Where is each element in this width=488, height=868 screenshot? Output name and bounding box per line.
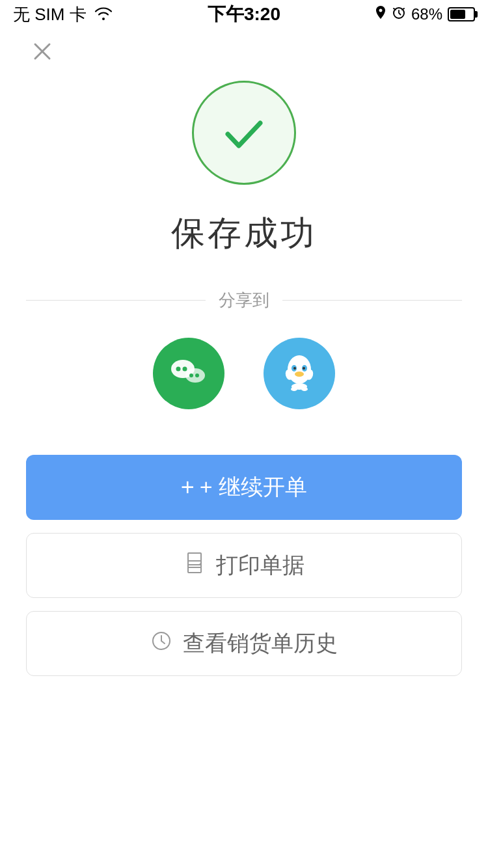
share-section: 分享到	[0, 289, 488, 312]
divider-left	[26, 300, 206, 301]
plus-icon: +	[181, 474, 195, 501]
qq-icon	[280, 351, 319, 396]
svg-rect-20	[188, 553, 201, 561]
svg-point-9	[288, 355, 311, 384]
success-title: 保存成功	[171, 211, 317, 256]
success-circle	[192, 81, 296, 185]
svg-point-7	[189, 373, 193, 377]
location-icon	[375, 5, 386, 23]
print-button[interactable]: 打印单据	[26, 533, 462, 598]
battery-text: 68%	[411, 5, 442, 23]
print-label: 打印单据	[216, 550, 305, 580]
continue-button[interactable]: + + 继续开单	[26, 455, 462, 520]
svg-point-12	[293, 367, 296, 370]
main-content: 保存成功 分享到	[0, 29, 488, 676]
clock-icon	[150, 630, 172, 657]
svg-rect-21	[188, 565, 201, 573]
status-bar: 无 SIM 卡 下午3:20 68%	[0, 0, 488, 29]
svg-point-18	[291, 387, 297, 391]
svg-point-5	[183, 367, 187, 372]
share-icons-row	[153, 338, 335, 409]
printer-icon	[183, 552, 206, 579]
alarm-icon	[392, 5, 406, 23]
wechat-icon	[168, 356, 210, 391]
svg-point-19	[301, 387, 308, 391]
share-label: 分享到	[206, 289, 282, 312]
svg-point-22	[200, 563, 202, 565]
no-sim-text: 无 SIM 卡	[13, 3, 87, 26]
status-bar-time: 下午3:20	[208, 2, 280, 27]
close-icon	[33, 42, 52, 61]
status-bar-right: 68%	[375, 5, 475, 23]
svg-point-4	[176, 367, 181, 372]
svg-point-13	[303, 367, 305, 370]
svg-point-14	[295, 372, 304, 377]
continue-label: + 继续开单	[200, 472, 307, 502]
wifi-icon	[94, 5, 113, 25]
divider-right	[282, 300, 462, 301]
battery-icon	[448, 7, 475, 21]
svg-point-8	[195, 373, 199, 377]
checkmark-icon	[218, 107, 270, 159]
status-bar-left: 无 SIM 卡	[13, 3, 113, 26]
qq-share-button[interactable]	[264, 338, 335, 409]
close-button[interactable]	[26, 35, 59, 68]
wechat-share-button[interactable]	[153, 338, 224, 409]
history-label: 查看销货单历史	[183, 629, 338, 658]
action-buttons: + + 继续开单 打印单据 查看销货单历史	[0, 455, 488, 676]
history-button[interactable]: 查看销货单历史	[26, 611, 462, 676]
